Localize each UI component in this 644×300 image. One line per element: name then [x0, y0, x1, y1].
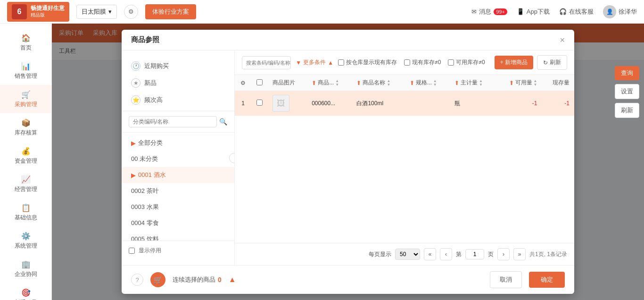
add-product-button[interactable]: + 新增商品 — [495, 56, 533, 69]
show-disabled-checkbox[interactable] — [129, 248, 135, 254]
messages-badge: 99+ — [494, 8, 507, 15]
category-label-00: 00 未分类 — [131, 155, 158, 163]
first-page-button[interactable]: « — [424, 248, 436, 260]
app-download-nav-item[interactable]: 📱 App下载 — [517, 8, 550, 16]
available-stock-checkbox[interactable] — [448, 59, 454, 66]
quick-item-recent[interactable]: 🕐 近期购买 — [122, 58, 234, 75]
product-search-box: 🔍 — [242, 56, 291, 69]
category-item-0004[interactable]: 0004 零食 — [122, 215, 234, 231]
category-item-0002[interactable]: 0002 茶叶 — [122, 183, 234, 199]
modal-close-button[interactable]: × — [560, 36, 565, 44]
sidebar-item-home[interactable]: 🏠 首页 — [0, 28, 51, 57]
show-stock-checkbox[interactable] — [338, 59, 344, 66]
sidebar-label-operation: 经营管理 — [15, 185, 37, 193]
company-dropdown[interactable]: 日太阳膜 ▾ — [76, 5, 117, 19]
system-icon: ⚙️ — [21, 231, 31, 241]
prev-page-button[interactable]: ‹ — [440, 248, 452, 260]
row-check[interactable] — [251, 91, 268, 116]
th-unit[interactable]: ⬆ 主计量 ▲▼ — [450, 75, 496, 91]
checkbox-has-stock[interactable]: 现有库存≠0 — [404, 58, 441, 67]
th-code[interactable]: ⬆ 商品... ▲▼ — [307, 75, 352, 91]
sidebar-label-basic: 基础信息 — [15, 214, 37, 222]
sidebar-item-sales[interactable]: 📊 销售管理 — [0, 57, 51, 85]
quick-item-new[interactable]: ★ 新品 — [122, 75, 234, 92]
sidebar-item-basic[interactable]: 📋 基础信息 — [0, 198, 51, 226]
category-label-0005: 0005 饮料 — [131, 235, 159, 241]
category-label-0001: 0001 酒水 — [138, 171, 166, 179]
product-table: ⚙ 商品图片 ⬆ 商品... ▲▼ — [235, 75, 574, 116]
select-all-checkbox[interactable] — [256, 79, 263, 85]
category-item-0005[interactable]: 0005 饮料 — [122, 231, 234, 241]
messages-nav-item[interactable]: ✉ 消息 99+ — [471, 8, 507, 16]
finance-icon: 💰 — [21, 146, 31, 156]
category-item-all[interactable]: ▶ 全部分类 — [122, 135, 234, 151]
next-page-button[interactable]: › — [497, 248, 510, 260]
has-stock-checkbox[interactable] — [404, 59, 410, 66]
table-row[interactable]: 1 🖼 000600... 白酒100ml 瓶 -1 — [235, 91, 574, 116]
settings-icon[interactable]: ⚙ — [124, 5, 138, 19]
confirm-button[interactable]: 确定 — [529, 272, 565, 288]
show-disabled-section: 显示停用 — [122, 241, 234, 260]
settings-button[interactable]: 设置 — [615, 84, 639, 99]
row-available: -1 — [496, 91, 542, 116]
sidebar-item-enterprise[interactable]: 🏢 企业协同 — [0, 255, 51, 283]
sidebar-item-operation[interactable]: 📈 经营管理 — [0, 170, 51, 198]
category-label-0003: 0003 水果 — [131, 203, 159, 211]
quick-label-frequent: 频次高 — [144, 96, 163, 104]
category-arrow-0001: ▶ — [131, 172, 136, 179]
online-service-nav-item[interactable]: 🎧 在线客服 — [559, 8, 594, 16]
sidebar-item-inventory[interactable]: 📦 库存核算 — [0, 113, 51, 142]
cancel-button[interactable]: 取消 — [490, 271, 522, 288]
sidebar-label-inventory: 库存核算 — [15, 129, 37, 137]
guide-icon: 🎯 — [21, 288, 31, 297]
last-page-icon: » — [518, 251, 521, 258]
sidebar-item-guide[interactable]: 🎯 新手引导 — [0, 283, 51, 300]
category-search-input[interactable] — [129, 116, 217, 127]
product-search-input[interactable] — [242, 58, 291, 68]
refresh-side-button[interactable]: 刷新 — [615, 103, 639, 118]
modal-right-toolbar: 🔍 ▼ 更多条件 ▲ 按仓库显示现有库存 — [235, 50, 574, 75]
th-name[interactable]: ⬆ 商品名称 ▲▼ — [352, 75, 405, 91]
th-available[interactable]: ⬆ 可用量 ▲▼ — [496, 75, 542, 91]
messages-label: 消息 — [479, 8, 491, 16]
category-item-0001[interactable]: ▶ 0001 酒水 — [122, 167, 234, 183]
category-item-0003[interactable]: 0003 水果 — [122, 199, 234, 215]
chevron-down-icon: ▾ — [108, 8, 112, 15]
filter-label: 更多条件 — [303, 58, 326, 67]
company-name: 日太阳膜 — [82, 8, 106, 16]
category-search-icon[interactable]: 🔍 — [219, 118, 227, 125]
quick-item-frequent[interactable]: ⭐ 频次高 — [122, 92, 234, 108]
modal-left-panel: 《 🕐 近期购买 ★ 新品 ⭐ 频次高 — [122, 50, 235, 265]
page-label: 第 — [456, 250, 462, 258]
product-table-container: ⚙ 商品图片 ⬆ 商品... ▲▼ — [235, 75, 574, 243]
query-button[interactable]: 查询 — [615, 66, 639, 80]
th-check[interactable] — [251, 75, 268, 91]
sidebar-item-system[interactable]: ⚙️ 系统管理 — [0, 226, 51, 255]
category-item-00[interactable]: 00 未分类 — [122, 151, 234, 167]
footer-collapse-button[interactable]: ▲ — [229, 275, 236, 284]
checkbox-available-stock[interactable]: 可用库存≠0 — [448, 58, 485, 67]
page-suffix: 页 — [488, 250, 494, 258]
checkbox-show-stock[interactable]: 按仓库显示现有库存 — [338, 58, 397, 67]
category-label-0004: 0004 零食 — [131, 219, 159, 227]
row-spec — [405, 91, 450, 116]
first-page-icon: « — [429, 251, 432, 258]
last-page-button[interactable]: » — [513, 248, 526, 260]
refresh-button[interactable]: ↻ 刷新 — [537, 55, 567, 70]
user-nav-item[interactable]: 👤 徐泽华 — [603, 5, 637, 18]
filter-icon: ▼ — [296, 59, 301, 66]
sidebar-label-finance: 资金管理 — [15, 157, 37, 165]
filter-button[interactable]: ▼ 更多条件 ▲ — [296, 58, 333, 67]
th-settings[interactable]: ⚙ — [235, 75, 251, 91]
sidebar-item-purchase[interactable]: 🛒 采购管理 — [0, 85, 51, 113]
sidebar-item-finance[interactable]: 💰 资金管理 — [0, 142, 51, 170]
quick-label-recent: 近期购买 — [144, 62, 169, 70]
th-spec[interactable]: ⬆ 规格... ▲▼ — [405, 75, 450, 91]
sidebar-label-system: 系统管理 — [15, 242, 37, 250]
cart-icon[interactable]: 🛒 — [150, 272, 165, 287]
page-size-select[interactable]: 50 100 200 — [395, 249, 420, 260]
trial-button[interactable]: 体验行业方案 — [145, 4, 196, 19]
help-button[interactable]: ? — [131, 274, 143, 286]
row-checkbox[interactable] — [256, 100, 263, 106]
page-number-input[interactable] — [465, 249, 484, 259]
